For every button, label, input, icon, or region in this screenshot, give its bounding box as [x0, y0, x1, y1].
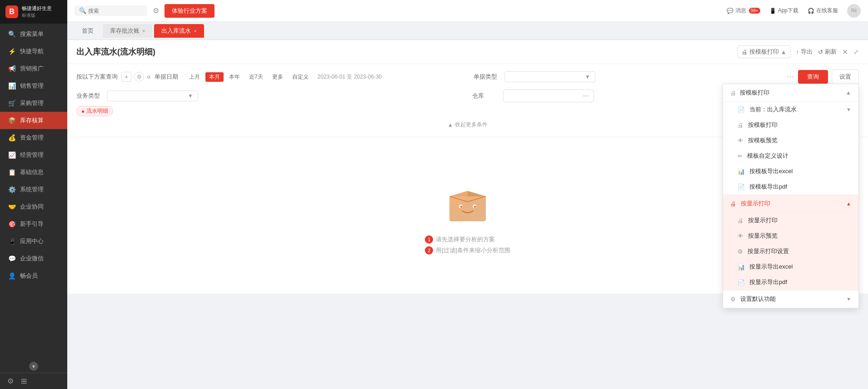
logo-icon: B: [5, 5, 18, 18]
sidebar-item-marketing[interactable]: 📢 营销推广: [0, 60, 67, 77]
dropdown-display-settings[interactable]: ⚙ 按显示打印设置: [723, 244, 858, 259]
chip-label: 流水明细: [86, 107, 108, 115]
export-icon: ↑: [796, 49, 799, 55]
topbar-gear-icon[interactable]: ⚙: [153, 6, 159, 15]
sidebar-item-app-center[interactable]: 📱 应用中心: [0, 233, 67, 250]
tab-batch-account[interactable]: 库存批次账 ×: [103, 24, 152, 38]
sidebar-item-sales[interactable]: 📊 销售管理: [0, 77, 67, 95]
sidebar-item-label: 基础信息: [20, 168, 44, 176]
filter-collapse-btn[interactable]: «: [147, 73, 151, 81]
dropdown-template-pdf[interactable]: 📄 按模板导出pdf: [723, 179, 858, 194]
sidebar-item-label: 采购管理: [20, 99, 44, 107]
sidebar-item-system[interactable]: ⚙️ 系统管理: [0, 181, 67, 198]
sidebar-scroll-down[interactable]: ▼: [29, 362, 38, 371]
date-tab-this-year[interactable]: 本年: [225, 72, 244, 82]
sidebar-item-quick-nav[interactable]: ⚡ 快捷导航: [0, 43, 67, 60]
dropdown-display-excel[interactable]: 📊 按显示导出excel: [723, 259, 858, 274]
settings-bottom-icon[interactable]: ⚙: [7, 377, 14, 385]
template-custom-label: 模板自定义设计: [747, 152, 788, 160]
printer-icon-dropdown: 🖨: [730, 90, 736, 96]
display-pdf-label: 按显示导出pdf: [749, 278, 787, 286]
sidebar-item-enterprise[interactable]: 🤝 企业协同: [0, 198, 67, 215]
filter-settings-btn[interactable]: ⚙: [134, 72, 144, 82]
more-options-btn[interactable]: ···: [787, 73, 794, 81]
message-label: 消息: [735, 7, 746, 15]
template-print-header-label: 按模板打印: [740, 89, 769, 97]
fold-icon[interactable]: ⊞: [21, 377, 27, 385]
tab-batch-account-close[interactable]: ×: [142, 28, 145, 34]
chat-icon: 💬: [7, 255, 16, 262]
filter-add-btn[interactable]: +: [121, 72, 131, 82]
empty-illustration: [440, 174, 495, 228]
warehouse-input[interactable]: ···: [503, 90, 594, 102]
filter-date-group: 单据日期 上月 本月 本年 近7天 更多 自定义 2023-06-01 至 20…: [155, 72, 464, 82]
dropdown-display-pdf[interactable]: 📄 按显示导出pdf: [723, 274, 858, 290]
search-input[interactable]: [88, 8, 143, 14]
sidebar-item-purchase[interactable]: 🛒 采购管理: [0, 95, 67, 112]
sidebar-item-label: 企业协同: [20, 203, 44, 211]
flow-detail-chip[interactable]: ● 流水明细: [76, 106, 113, 116]
business-type-select[interactable]: ▼: [107, 90, 198, 101]
sidebar-item-basic-info[interactable]: 📋 基础信息: [0, 164, 67, 181]
dropdown-template-preview[interactable]: 👁 按模板预览: [723, 133, 858, 148]
dropdown-template-custom[interactable]: ✏ 模板自定义设计: [723, 148, 858, 164]
app-name: 畅捷通好生意: [22, 5, 52, 12]
top-right-btns: ··· 查询 设置: [787, 70, 859, 84]
cart-icon: 🛒: [7, 100, 16, 107]
dropdown-display-preview[interactable]: 👁 按显示预览: [723, 228, 858, 244]
sidebar-item-finance[interactable]: 💰 资金管理: [0, 129, 67, 146]
sidebar-item-operation[interactable]: 📈 经营管理: [0, 146, 67, 164]
sidebar-item-wechat[interactable]: 💬 企业微信: [0, 250, 67, 267]
message-btn[interactable]: 💬 消息 99+: [727, 7, 760, 15]
tab-flow[interactable]: 出入库流水 ×: [154, 24, 204, 38]
expand-btn[interactable]: ⤢: [853, 48, 859, 55]
search-box[interactable]: 🔍: [75, 5, 147, 16]
user-avatar-btn[interactable]: Rit: [847, 4, 861, 18]
app-download-label: App下载: [778, 7, 798, 15]
sidebar-item-search[interactable]: 🔍 搜索菜单: [0, 25, 67, 43]
dropdown-display-print[interactable]: 🖨 按显示打印: [723, 213, 858, 228]
tab-flow-close[interactable]: ×: [194, 28, 196, 34]
template-section-header[interactable]: 🖨 按模板打印 ▲: [723, 84, 858, 102]
doctype-select[interactable]: ▼: [504, 71, 595, 82]
date-tab-custom[interactable]: 自定义: [289, 72, 312, 82]
template-print-dropdown: 🖨 按模板打印 ▲ 📄 当前：出入库流水 ▼ 🖨 按模板打印 👁 按: [723, 84, 859, 309]
display-excel-label: 按显示导出excel: [749, 263, 793, 271]
tab-home[interactable]: 首页: [75, 24, 101, 38]
topbar-right: 💬 消息 99+ 📱 App下载 🎧 在线客服 Rit: [727, 4, 861, 18]
sidebar-item-guide[interactable]: 🎯 新手引导: [0, 215, 67, 233]
sidebar-item-label: 应用中心: [20, 237, 44, 245]
date-tab-this-month[interactable]: 本月: [205, 72, 224, 82]
query-btn[interactable]: 查询: [798, 70, 828, 84]
online-service-btn[interactable]: 🎧 在线客服: [808, 7, 838, 15]
current-template-row[interactable]: 📄 当前：出入库流水 ▼: [723, 102, 858, 117]
sidebar-item-member[interactable]: 👤 畅会员: [0, 267, 67, 284]
warehouse-more-btn[interactable]: ···: [583, 92, 589, 100]
dropdown-template-excel[interactable]: 📊 按模板导出excel: [723, 164, 858, 179]
tip-num-2: 2: [425, 246, 433, 254]
date-tab-last-month[interactable]: 上月: [185, 72, 204, 82]
display-section: 🖨 按显示打印 ▲ 🖨 按显示打印 👁 按显示预览 ⚙ 按显示打印设置: [723, 195, 858, 290]
app-logo: B 畅捷通好生意 标准版: [0, 0, 67, 24]
app-download-btn[interactable]: 📱 App下载: [769, 7, 798, 15]
set-default-row[interactable]: ⚙ 设置默认功能 ▼: [723, 290, 858, 308]
filter-actions: + ⚙ «: [121, 72, 151, 82]
sidebar-item-inventory[interactable]: 📦 库存核算: [0, 112, 67, 129]
refresh-btn[interactable]: ↺ 刷新: [818, 48, 837, 56]
dropdown-template-print[interactable]: 🖨 按模板打印: [723, 117, 858, 133]
display-print-item-icon: 🖨: [738, 217, 743, 224]
date-tab-more[interactable]: 更多: [269, 72, 287, 82]
trial-btn[interactable]: 体验行业方案: [165, 4, 215, 18]
topbar: 🔍 ⚙ 体验行业方案 💬 消息 99+ 📱 App下载 🎧 在线客服 Rit: [67, 0, 868, 22]
export-btn[interactable]: ↑ 导出: [796, 48, 813, 56]
filter-label: 按以下方案查询: [76, 73, 118, 81]
page-close-btn[interactable]: ✕: [842, 48, 848, 56]
display-print-icon: 🖨: [730, 200, 736, 207]
user-name: Rit: [851, 8, 857, 13]
mobile-icon: 📱: [7, 238, 16, 245]
display-section-header[interactable]: 🖨 按显示打印 ▲: [723, 195, 858, 213]
export-label: 导出: [801, 48, 813, 56]
template-print-btn[interactable]: 🖨 按模板打印 ▲: [738, 45, 791, 58]
filter-settings-right-btn[interactable]: 设置: [832, 70, 859, 84]
date-tab-7days[interactable]: 近7天: [245, 72, 267, 82]
